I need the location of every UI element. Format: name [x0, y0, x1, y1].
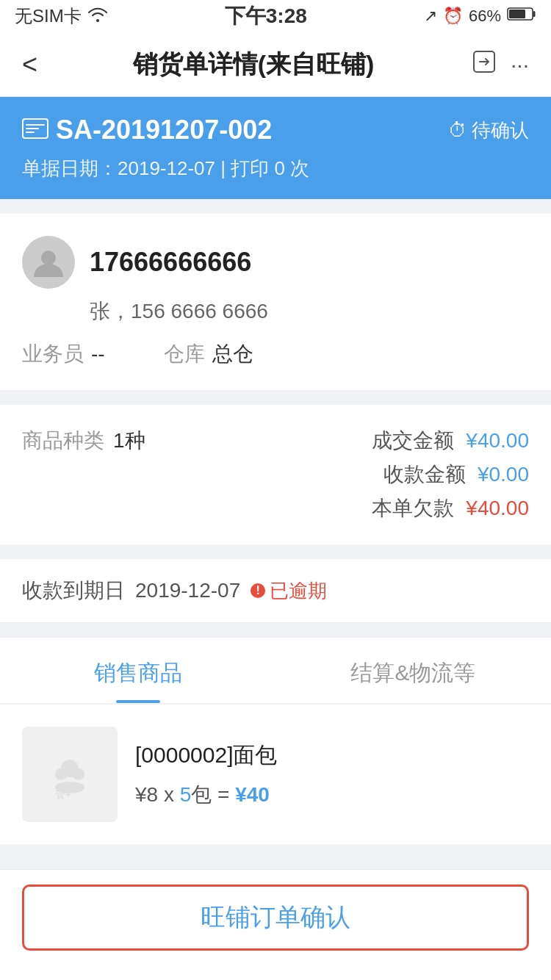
- customer-name: 张，156 6666 6666: [22, 298, 529, 325]
- status-bar: 无SIM卡 下午3:28 ↗ ⏰ 66%: [0, 0, 551, 32]
- warehouse-value: 总仓: [212, 340, 253, 368]
- bottom-bar: 旺铺订单确认: [0, 869, 551, 980]
- battery-icon: [507, 7, 536, 26]
- owed-row: 本单欠款 ¥40.00: [372, 494, 529, 522]
- battery-text: 66%: [469, 7, 501, 26]
- svg-text:管+: 管+: [55, 788, 71, 800]
- customer-section: 17666666666 张，156 6666 6666 业务员 -- 仓库 总仓: [0, 214, 551, 390]
- status-left: 无SIM卡: [15, 4, 108, 28]
- customer-phone: 17666666666: [90, 247, 251, 278]
- location-icon: ↗: [424, 7, 437, 26]
- due-date-section: 收款到期日 2019-12-07 ! 已逾期: [0, 559, 551, 623]
- sales-label: 业务员: [22, 340, 84, 368]
- nav-bar: < 销货单详情(来自旺铺) ···: [0, 32, 551, 97]
- alarm-icon: ⏰: [443, 7, 463, 26]
- sales-value: --: [91, 342, 105, 366]
- tabs-bar: 销售商品 结算&物流等: [0, 638, 551, 703]
- order-id: SA-20191207-002: [22, 115, 272, 145]
- order-meta: 单据日期：2019-12-07 | 打印 0 次: [22, 156, 529, 181]
- svg-point-8: [73, 768, 84, 780]
- share-icon[interactable]: [472, 50, 496, 79]
- due-date: 2019-12-07: [135, 579, 240, 602]
- svg-rect-1: [533, 11, 535, 17]
- product-info: [0000002]面包 ¥8 x 5包 = ¥40: [135, 741, 529, 809]
- overdue-badge: ! 已逾期: [251, 578, 327, 604]
- table-row: 管+ [0000002]面包 ¥8 x 5包 = ¥40: [0, 705, 551, 845]
- summary-amounts: 成交金额 ¥40.00 收款金额 ¥0.00 本单欠款 ¥40.00: [372, 427, 529, 522]
- product-list: 管+ [0000002]面包 ¥8 x 5包 = ¥40: [0, 705, 551, 845]
- overdue-icon: !: [251, 583, 265, 598]
- nav-actions: ···: [441, 50, 529, 79]
- more-icon[interactable]: ···: [511, 52, 529, 77]
- svg-point-5: [41, 251, 56, 265]
- order-header: SA-20191207-002 ⏱ 待确认 单据日期：2019-12-07 | …: [0, 97, 551, 199]
- wifi-icon: [87, 6, 108, 26]
- owed-amount: ¥40.00: [466, 497, 529, 520]
- page-title: 销货单详情(来自旺铺): [66, 48, 441, 82]
- deal-amount: ¥40.00: [466, 429, 529, 453]
- back-button[interactable]: <: [22, 49, 66, 80]
- tab-underline: [116, 700, 160, 703]
- warehouse-label: 仓库: [164, 340, 205, 368]
- svg-point-7: [55, 768, 67, 780]
- status-time: 下午3:28: [225, 2, 307, 30]
- product-image: 管+: [22, 727, 118, 822]
- tab-sales-products[interactable]: 销售商品: [0, 638, 276, 703]
- due-label: 收款到期日: [22, 577, 125, 605]
- received-row: 收款金额 ¥0.00: [383, 461, 529, 489]
- svg-rect-2: [509, 10, 525, 18]
- customer-meta: 业务员 -- 仓库 总仓: [22, 340, 529, 368]
- confirm-order-button[interactable]: 旺铺订单确认: [22, 884, 529, 951]
- deal-amount-row: 成交金额 ¥40.00: [372, 427, 529, 455]
- avatar: [22, 236, 75, 289]
- product-price: ¥8 x 5包 = ¥40: [135, 781, 529, 809]
- overdue-text: 已逾期: [270, 578, 327, 604]
- clock-icon: ⏱: [448, 119, 467, 142]
- product-name: [0000002]面包: [135, 741, 529, 771]
- order-icon: [22, 115, 48, 145]
- product-kinds: 商品种类 1种: [22, 427, 145, 455]
- received-amount: ¥0.00: [478, 463, 529, 486]
- carrier-text: 无SIM卡: [15, 4, 82, 28]
- tab-settlement-logistics[interactable]: 结算&物流等: [276, 638, 551, 703]
- summary-section: 商品种类 1种 成交金额 ¥40.00 收款金额 ¥0.00 本单欠款 ¥40.…: [0, 405, 551, 544]
- order-status: ⏱ 待确认: [448, 118, 529, 143]
- status-right: ↗ ⏰ 66%: [424, 7, 536, 26]
